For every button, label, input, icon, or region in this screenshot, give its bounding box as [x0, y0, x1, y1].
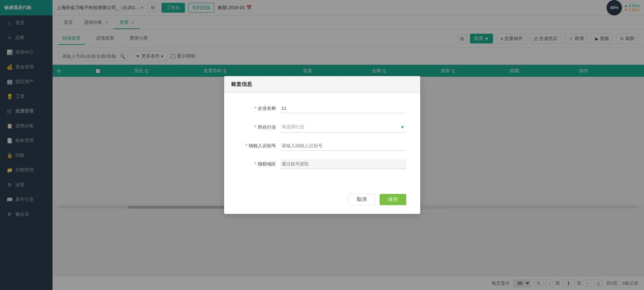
company-name-label: * 企业名称 — [238, 105, 280, 112]
industry-chevron-icon: ▼ — [400, 124, 405, 130]
industry-select[interactable]: 请选择行业 ▼ — [280, 122, 406, 133]
tax-id-label: * 纳税人识别号 — [238, 143, 280, 149]
industry-label: * 所在行业 — [238, 124, 280, 130]
tax-region-input — [280, 159, 406, 169]
form-row-industry: * 所在行业 请选择行业 ▼ — [238, 122, 406, 133]
tax-region-label: * 报税地区 — [238, 161, 280, 167]
modal-footer: 取消 保存 — [224, 188, 420, 214]
cancel-button[interactable]: 取消 — [348, 194, 375, 205]
account-info-modal: 账套信息 * 企业名称 * 所在行业 请选择行业 ▼ — [224, 76, 420, 214]
company-name-input[interactable] — [280, 103, 406, 113]
tax-id-input[interactable] — [280, 141, 406, 151]
modal-overlay: 账套信息 * 企业名称 * 所在行业 请选择行业 ▼ — [0, 0, 644, 290]
required-star: * — [255, 106, 256, 111]
save-button[interactable]: 保存 — [380, 194, 406, 205]
modal-title: 账套信息 — [224, 76, 420, 93]
modal-body: * 企业名称 * 所在行业 请选择行业 ▼ * — [224, 93, 420, 188]
form-row-tax-id: * 纳税人识别号 — [238, 141, 406, 151]
form-row-tax-region: * 报税地区 — [238, 159, 406, 169]
form-row-company-name: * 企业名称 — [238, 103, 406, 113]
